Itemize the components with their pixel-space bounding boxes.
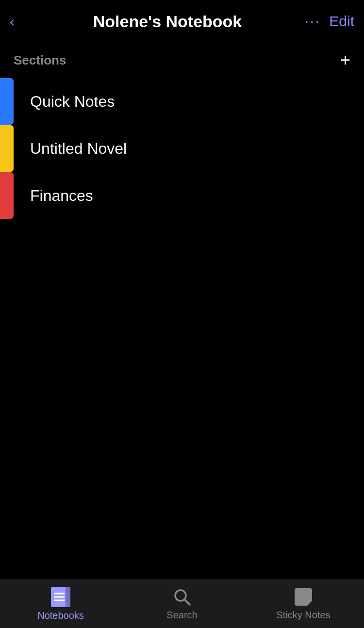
more-options-button[interactable]: ···	[305, 14, 320, 29]
header: ‹ Nolene's Notebook ··· Edit	[0, 0, 364, 43]
tab-search-label: Search	[166, 610, 197, 621]
search-icon	[172, 587, 192, 607]
section-item-finances[interactable]: Finances	[0, 172, 364, 219]
section-label-finances: Finances	[28, 172, 364, 219]
tab-notebooks-label: Notebooks	[37, 610, 84, 621]
tab-notebooks[interactable]: Notebooks	[27, 587, 95, 621]
section-list: Quick Notes Untitled Novel Finances	[0, 78, 364, 219]
tab-search[interactable]: Search	[148, 587, 216, 621]
section-item-untitled-novel[interactable]: Untitled Novel	[0, 125, 364, 172]
section-label-untitled-novel: Untitled Novel	[28, 125, 364, 172]
section-tab-blue	[0, 78, 14, 125]
section-tab-red	[0, 172, 14, 219]
back-button[interactable]: ‹	[10, 13, 39, 30]
tab-bar: Notebooks Search Sticky Notes	[0, 579, 364, 628]
section-label-quick-notes: Quick Notes	[28, 78, 364, 125]
tab-sticky-notes[interactable]: Sticky Notes	[269, 587, 337, 621]
notebooks-icon	[51, 587, 70, 607]
svg-rect-2	[295, 588, 312, 606]
section-tab-yellow	[0, 125, 14, 172]
sticky-notes-icon	[294, 587, 313, 607]
sections-header: Sections +	[0, 43, 364, 78]
section-item-quick-notes[interactable]: Quick Notes	[0, 78, 364, 125]
header-actions: ··· Edit	[296, 13, 354, 30]
header-title: Nolene's Notebook	[39, 12, 296, 31]
edit-button[interactable]: Edit	[329, 13, 354, 30]
svg-line-1	[184, 599, 190, 605]
sections-label: Sections	[14, 53, 66, 68]
tab-sticky-notes-label: Sticky Notes	[276, 610, 330, 621]
add-section-button[interactable]: +	[340, 51, 350, 69]
